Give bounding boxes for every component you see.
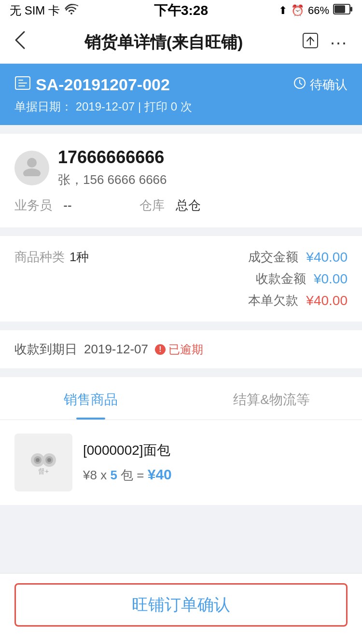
customer-card: 17666666666 张，156 6666 6666 业务员 -- 仓库 总仓 — [0, 134, 362, 227]
product-thumbnail: 督+ — [14, 434, 72, 491]
svg-rect-6 — [18, 80, 23, 81]
status-time: 下午3:28 — [154, 1, 208, 20]
received-amount-row: 收款金额 ¥0.00 — [256, 270, 348, 287]
price-multiply: x — [100, 468, 110, 482]
price-unit: 包 — [121, 468, 133, 482]
status-right: ⬆ ⏰ 66% — [278, 4, 352, 17]
svg-rect-2 — [334, 5, 345, 13]
overdue-dot-icon: ! — [155, 344, 166, 355]
warehouse-label: 仓库 — [139, 198, 165, 212]
svg-point-10 — [27, 158, 37, 168]
product-thumb-icon: 督+ — [24, 446, 63, 480]
order-status: 待确认 — [293, 76, 348, 93]
due-date-value: 2019-12-07 — [84, 342, 148, 357]
svg-point-17 — [47, 458, 51, 462]
due-date-card: 收款到期日 2019-12-07 ! 已逾期 — [0, 330, 362, 368]
customer-meta: 业务员 -- 仓库 总仓 — [14, 197, 348, 214]
nav-bar: 销货单详情(来自旺铺) ··· — [0, 21, 362, 64]
product-type-label: 商品种类 — [14, 249, 65, 266]
sim-label: 无 SIM 卡 — [10, 3, 60, 18]
battery-icon — [333, 4, 352, 17]
customer-name-phone: 张，156 6666 6666 — [58, 171, 167, 188]
order-date: 单据日期： 2019-12-07 | 打印 0 次 — [14, 99, 348, 114]
product-quantity: 5 — [110, 468, 117, 482]
bottom-area: 旺铺订单确认 — [0, 573, 362, 644]
price-per-unit: ¥8 — [83, 468, 97, 482]
back-button[interactable] — [14, 31, 25, 54]
svg-point-11 — [23, 168, 41, 176]
avatar — [14, 151, 49, 185]
svg-text:督+: 督+ — [38, 467, 49, 475]
svg-rect-8 — [18, 85, 25, 86]
battery-label: 66% — [308, 4, 329, 17]
tab-settlement-label: 结算&物流等 — [233, 392, 310, 407]
avatar-icon — [21, 155, 42, 181]
clock-icon — [293, 77, 306, 93]
product-name: [0000002]面包 — [83, 441, 348, 460]
owed-amount-row: 本单欠款 ¥40.00 — [248, 292, 348, 309]
product-type-value: 1种 — [70, 249, 89, 266]
price-equals: = — [137, 468, 147, 482]
received-amount-label: 收款金额 — [256, 270, 306, 287]
alarm-icon: ⏰ — [291, 4, 304, 17]
sales-value: -- — [63, 198, 71, 212]
svg-point-16 — [36, 458, 40, 462]
sales-meta: 业务员 -- — [14, 197, 72, 214]
confirm-button-label: 旺铺订单确认 — [132, 594, 230, 616]
customer-phone: 17666666666 — [58, 147, 167, 168]
order-header: SA-20191207-002 待确认 单据日期： 2019-12-07 | 打… — [0, 64, 362, 125]
confirm-button[interactable]: 旺铺订单确认 — [14, 583, 348, 627]
nav-actions: ··· — [302, 32, 348, 53]
product-price-row: ¥8 x 5 包 = ¥40 — [83, 466, 348, 484]
deal-amount-row: 成交金额 ¥40.00 — [248, 249, 348, 266]
product-total: ¥40 — [148, 466, 172, 482]
status-bar: 无 SIM 卡 下午3:28 ⬆ ⏰ 66% — [0, 0, 362, 21]
svg-rect-7 — [18, 83, 27, 84]
sales-label: 业务员 — [14, 198, 52, 212]
order-id-text: SA-20191207-002 — [36, 75, 170, 94]
product-item: 督+ [0000002]面包 ¥8 x 5 包 = ¥40 — [0, 420, 362, 505]
page-title: 销货单详情(来自旺铺) — [84, 31, 243, 54]
tab-sales-label: 销售商品 — [64, 392, 118, 407]
deal-amount-label: 成交金额 — [248, 249, 298, 266]
tab-settlement[interactable]: 结算&物流等 — [181, 377, 362, 420]
product-info: [0000002]面包 ¥8 x 5 包 = ¥40 — [83, 441, 348, 484]
deal-amount-value: ¥40.00 — [306, 250, 348, 265]
share-icon[interactable] — [302, 32, 319, 53]
order-icon — [14, 75, 31, 94]
warehouse-value: 总仓 — [176, 198, 201, 212]
tab-sales[interactable]: 销售商品 — [0, 377, 181, 420]
product-type: 商品种类 1种 — [14, 249, 89, 266]
owed-amount-label: 本单欠款 — [248, 292, 298, 309]
received-amount-value: ¥0.00 — [314, 271, 348, 287]
summary-card: 商品种类 1种 成交金额 ¥40.00 收款金额 ¥0.00 本单欠款 ¥40.… — [0, 236, 362, 322]
tabs-row: 销售商品 结算&物流等 — [0, 377, 362, 420]
amounts: 成交金额 ¥40.00 收款金额 ¥0.00 本单欠款 ¥40.00 — [248, 249, 348, 309]
owed-amount-value: ¥40.00 — [306, 293, 348, 308]
tabs-card: 销售商品 结算&物流等 督+ [0000002]面包 — [0, 377, 362, 505]
due-date-label: 收款到期日 — [14, 341, 77, 358]
more-icon[interactable]: ··· — [330, 32, 348, 53]
svg-rect-1 — [350, 7, 352, 12]
customer-info: 17666666666 张，156 6666 6666 — [58, 147, 167, 188]
wifi-icon — [65, 4, 78, 17]
order-id: SA-20191207-002 — [14, 75, 170, 94]
status-text: 待确认 — [310, 76, 348, 93]
status-left: 无 SIM 卡 — [10, 3, 78, 18]
gps-icon: ⬆ — [278, 4, 287, 17]
warehouse-meta: 仓库 总仓 — [139, 197, 201, 214]
overdue-text: 已逾期 — [168, 342, 203, 357]
overdue-badge: ! 已逾期 — [155, 342, 203, 357]
